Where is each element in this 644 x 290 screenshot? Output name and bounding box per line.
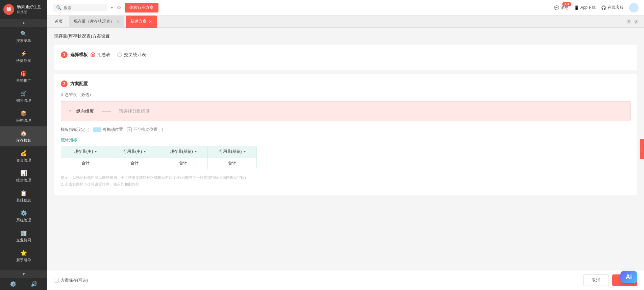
main-area: 🔍 ▾ ⚙ 体验行业方案 💬 消息 99+ 📱 App下载 🎧 在线客服 bbox=[47, 0, 644, 290]
sidebar-item-system[interactable]: ⚙️ 系统管理 bbox=[0, 206, 47, 226]
radio-summary-dot bbox=[91, 52, 95, 57]
window-close-btn[interactable]: ✕ bbox=[626, 19, 631, 24]
app-download-label: App下载 bbox=[580, 5, 596, 10]
inventory-icon: 🏠 bbox=[20, 130, 27, 137]
headset-icon: 🎧 bbox=[601, 5, 606, 10]
sidebar-label-sales: 销售管理 bbox=[16, 98, 31, 103]
purchase-icon: 📦 bbox=[20, 110, 27, 117]
marketing-icon: 🎁 bbox=[20, 70, 27, 77]
save-label: 方案保存(可选) bbox=[61, 277, 88, 283]
sidebar-item-corp[interactable]: 🏢 企业协同 bbox=[0, 226, 47, 246]
app-download-btn[interactable]: 📱 App下载 bbox=[574, 5, 596, 10]
stats-col-3[interactable]: 可用量(基辅) ▾ bbox=[208, 146, 256, 157]
sidebar-item-sales[interactable]: 🛒 销售管理 bbox=[0, 87, 47, 106]
non-draggable-label: 不可拖动位置 bbox=[133, 127, 157, 132]
stats-data-0: 合计 bbox=[61, 157, 110, 169]
dropdown-icon[interactable]: ▾ bbox=[111, 5, 113, 10]
chevron-3: ▾ bbox=[244, 150, 246, 153]
cancel-button[interactable]: 取消 bbox=[583, 274, 609, 286]
sound-btn[interactable]: 🔊 bbox=[31, 281, 38, 287]
sidebar-item-purchase[interactable]: 📦 采购管理 bbox=[0, 106, 47, 126]
radio-cross-dot bbox=[117, 52, 122, 57]
chevron-1: ▾ bbox=[144, 150, 146, 153]
tab-inventory-label: 现存量（库存状况表） bbox=[74, 19, 114, 24]
search-icon: 🔍 bbox=[20, 30, 27, 37]
side-panel-toggle[interactable] bbox=[640, 139, 644, 159]
stats-col-3-label: 可用量(基辅) bbox=[219, 149, 242, 154]
user-avatar[interactable] bbox=[629, 3, 639, 13]
topbar-right: 💬 消息 99+ 📱 App下载 🎧 在线客服 bbox=[554, 3, 639, 13]
sidebar-bottom: ⚙️ 🔊 bbox=[0, 278, 47, 290]
dimension-section-title: 汇总维度（必选） bbox=[61, 92, 630, 98]
sidebar-item-inventory[interactable]: 🏠 库存核算 bbox=[0, 126, 47, 146]
settings-bottom-btn[interactable]: ⚙️ bbox=[10, 281, 17, 287]
page-title: 现存量(库存状况表)方案设置 bbox=[54, 33, 637, 39]
operations-icon: 📊 bbox=[20, 170, 27, 176]
sidebar-label-purchase: 采购管理 bbox=[16, 118, 31, 123]
stats-col-2[interactable]: 现存量(基辅) ▾ bbox=[159, 146, 208, 157]
save-option[interactable]: 方案保存(可选) bbox=[54, 277, 88, 283]
step1-header: 1 选择模板 汇总表 交叉统计表 bbox=[61, 51, 630, 58]
radio-cross[interactable]: 交叉统计表 bbox=[117, 52, 146, 58]
sidebar-item-shortcut[interactable]: ⚡ 快捷导航 bbox=[0, 47, 47, 67]
sidebar-label-corp: 企业协同 bbox=[16, 238, 31, 243]
tips-area: 提示： 1.拖动标题栏可以调整布局，不可跨维度或指标区域拖动栏目字段(只能在同一… bbox=[61, 174, 630, 188]
indicator-setting-label: 模板指标设定（ bbox=[61, 127, 89, 132]
window-expand-btn[interactable]: ⤢ bbox=[634, 19, 639, 24]
sidebar-label-system: 系统管理 bbox=[16, 218, 31, 223]
sidebar-item-guide[interactable]: 🌟 新手引导 bbox=[0, 246, 47, 266]
search-input[interactable] bbox=[64, 5, 104, 10]
sidebar-label-finance: 资金管理 bbox=[16, 158, 31, 163]
vertical-dimension-label: 纵向维度 bbox=[76, 108, 94, 114]
sidebar-item-apps[interactable]: 📱 应用中心 bbox=[0, 266, 47, 270]
sidebar-item-search[interactable]: 🔍 搜索菜单 bbox=[0, 27, 47, 47]
sidebar-item-finance[interactable]: 💰 资金管理 bbox=[0, 146, 47, 166]
tab-new-scheme-close[interactable]: ✕ bbox=[149, 19, 152, 24]
step1-title: 选择模板 bbox=[70, 52, 88, 58]
base-icon: 📋 bbox=[20, 190, 27, 196]
drag-box bbox=[93, 127, 101, 132]
settings-icon[interactable]: ⚙ bbox=[117, 4, 121, 11]
template-radio-group: 汇总表 交叉统计表 bbox=[91, 52, 146, 58]
sidebar-item-operations[interactable]: 📊 经营管理 bbox=[0, 166, 47, 186]
stats-data-row: 合计 合计 合计 合计 bbox=[61, 157, 256, 169]
chevron-0: ▾ bbox=[95, 150, 97, 153]
shortcut-icon: ⚡ bbox=[20, 50, 27, 57]
radio-summary[interactable]: 汇总表 bbox=[91, 52, 110, 58]
sidebar-scroll-up[interactable]: ▲ bbox=[0, 19, 47, 27]
ai-float-button[interactable]: Ai bbox=[620, 271, 637, 283]
search-box[interactable]: 🔍 bbox=[53, 4, 107, 11]
app-logo: 畅 畅康通好生意 标准版 bbox=[0, 0, 47, 19]
tab-inventory-status[interactable]: 现存量（库存状况表） ✕ bbox=[69, 16, 124, 28]
message-btn[interactable]: 💬 消息 99+ bbox=[554, 5, 569, 10]
sidebar-item-base[interactable]: 📋 基础信息 bbox=[0, 186, 47, 206]
tip2: 2. 点击标题栏下拉可设置排序、插入列和删除列 bbox=[61, 181, 630, 188]
sidebar-item-marketing[interactable]: 🎁 营销推广 bbox=[0, 67, 47, 87]
sidebar-label-shortcut: 快捷导航 bbox=[16, 58, 31, 63]
tab-inventory-close[interactable]: ✕ bbox=[116, 19, 120, 24]
stats-header-row: 现存量(主) ▾ 可用量(主) ▾ 现存量(基辅) ▾ 可用量(基辅) ▾ bbox=[61, 146, 256, 157]
tab-new-scheme[interactable]: 新建方案 ✕ bbox=[126, 16, 157, 28]
stats-col-0[interactable]: 现存量(主) ▾ bbox=[61, 146, 110, 157]
stats-table: 现存量(主) ▾ 可用量(主) ▾ 现存量(基辅) ▾ 可用量(基辅) ▾ bbox=[61, 146, 257, 169]
step2-title: 方案配置 bbox=[70, 81, 88, 87]
stats-data-3: 合计 bbox=[208, 157, 256, 169]
stats-data-2: 合计 bbox=[159, 157, 208, 169]
non-drag-icon bbox=[127, 127, 132, 132]
tab-home-label: 首页 bbox=[55, 19, 63, 24]
step1-badge: 1 bbox=[61, 51, 68, 58]
indicator-setting: 模板指标设定（ 可拖动位置 不可拖动位置 ） bbox=[61, 127, 630, 132]
online-service-btn[interactable]: 🎧 在线客服 bbox=[601, 5, 624, 10]
dimension-row[interactable]: * 纵向维度 —— 请选择分组维度 bbox=[61, 101, 630, 121]
dimension-placeholder: 请选择分组维度 bbox=[119, 108, 150, 114]
save-checkbox[interactable] bbox=[54, 278, 59, 283]
sidebar-scroll-down[interactable]: ▼ bbox=[0, 270, 47, 278]
stats-title: 统计指标 bbox=[61, 137, 630, 143]
app-version: 标准版 bbox=[17, 10, 41, 15]
system-icon: ⚙️ bbox=[20, 210, 27, 216]
sales-icon: 🛒 bbox=[20, 90, 27, 97]
stats-col-1[interactable]: 可用量(主) ▾ bbox=[110, 146, 159, 157]
finance-icon: 💰 bbox=[20, 150, 27, 156]
tab-home[interactable]: 首页 bbox=[50, 16, 68, 28]
trial-btn[interactable]: 体验行业方案 bbox=[125, 3, 158, 13]
